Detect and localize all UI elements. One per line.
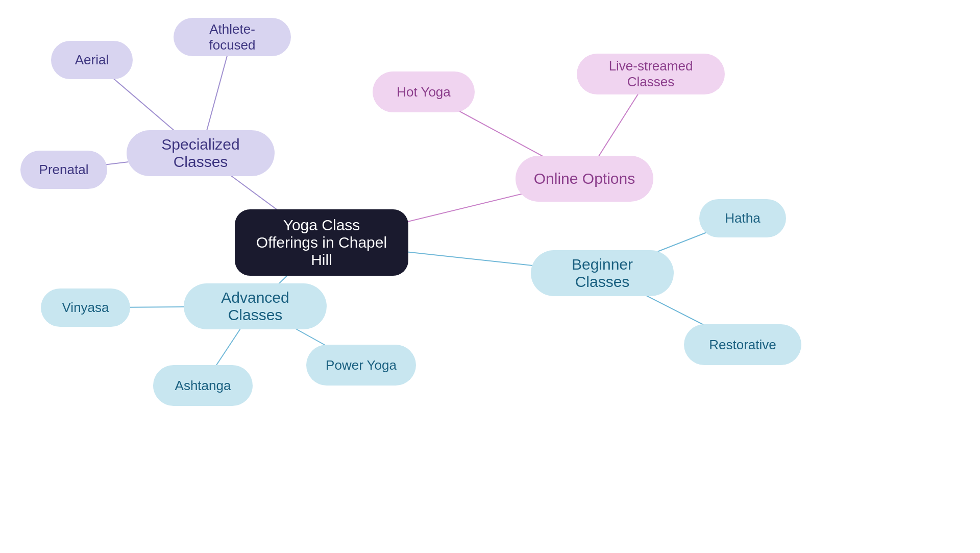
beginner-classes-node[interactable]: Beginner Classes: [531, 250, 674, 296]
prenatal-node[interactable]: Prenatal: [20, 151, 107, 189]
hatha-node[interactable]: Hatha: [699, 199, 786, 237]
vinyasa-node[interactable]: Vinyasa: [41, 288, 130, 327]
online-options-node[interactable]: Online Options: [516, 156, 653, 202]
power-yoga-node[interactable]: Power Yoga: [306, 345, 416, 386]
advanced-classes-node[interactable]: Advanced Classes: [184, 283, 327, 329]
restorative-node[interactable]: Restorative: [684, 324, 801, 365]
specialized-classes-node[interactable]: Specialized Classes: [127, 130, 275, 176]
center-node[interactable]: Yoga Class Offerings in Chapel Hill: [235, 209, 408, 276]
hot-yoga-node[interactable]: Hot Yoga: [373, 71, 475, 112]
aerial-node[interactable]: Aerial: [51, 41, 133, 79]
ashtanga-node[interactable]: Ashtanga: [153, 365, 253, 406]
athlete-focused-node[interactable]: Athlete-focused: [174, 18, 291, 56]
live-streamed-classes-node[interactable]: Live-streamed Classes: [577, 54, 725, 94]
